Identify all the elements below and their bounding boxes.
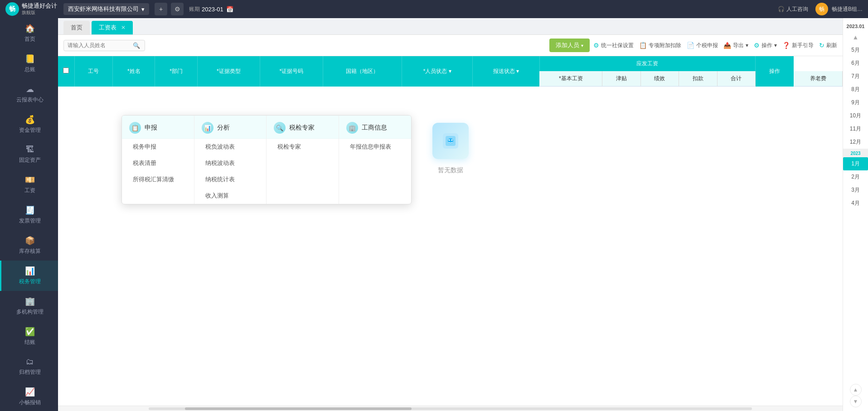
dropdown-item-tax-payment[interactable]: 纳税波动表 [194,155,267,171]
company-selector[interactable]: 西安虾米网络科技有限公司 ▾ [63,3,149,15]
dropdown-menu: 📋 申报 税务申报 税表清册 所得税汇算清缴 📊 分析 税负波动表 [121,115,412,204]
tab-bar: 首页 工资表 ✕ [58,18,843,35]
scrollbar-thumb[interactable] [185,407,412,410]
sidebar-label-home: 首页 [24,35,35,43]
add-company-btn[interactable]: + [155,3,167,15]
calendar-nav-up[interactable]: ▲ [849,31,862,44]
sidebar-item-general-ledger[interactable]: 📒 总账 [0,48,58,79]
year-divider-2023: 2023 [843,149,868,157]
month-item-4[interactable]: 4月 [843,197,868,210]
ledger-icon: 📒 [25,54,35,64]
sidebar-item-home[interactable]: 🏠 首页 [0,18,58,48]
sidebar-item-fund-management[interactable]: 💰 资金管理 [0,109,58,140]
sidebar-item-inventory[interactable]: 📦 库存核算 [0,230,58,261]
year-display: 2023.01 [847,24,865,29]
col-allowance: 津贴 [602,71,641,87]
dropdown-item-income-calc[interactable]: 收入测算 [194,188,267,204]
scroll-down-btn[interactable]: ▼ [850,396,862,407]
sidebar-label-tax-management: 税务管理 [19,278,41,285]
dropdown-item-tax-burden[interactable]: 税负波动表 [194,139,267,155]
sidebar-item-salary[interactable]: 💴 工资 [0,169,58,200]
scroll-up-btn[interactable]: ▲ [850,384,862,396]
search-input[interactable] [68,42,131,48]
month-item-1-active[interactable]: 1月 [843,157,868,170]
dropdown-col-analysis: 📊 分析 税负波动表 纳税波动表 纳税统计表 收入测算 [194,116,267,204]
year-2023-label: 2023 [850,151,860,156]
col-salary-group: 应发工资 [539,56,756,71]
sidebar-item-invoice[interactable]: 🧾 发票管理 [0,200,58,230]
export-arrow: ▾ [746,42,748,48]
month-item-7[interactable]: 7月 [843,70,868,83]
service-button[interactable]: 🎧 人工咨询 [778,5,808,13]
dropdown-item-annual-report[interactable]: 年报信息申报表 [339,139,412,155]
business-info-col-icon: 🏢 [346,122,358,134]
home-icon: 🏠 [25,24,35,34]
add-person-button[interactable]: 添加人员 ▾ [549,39,590,52]
tab-close-icon[interactable]: ✕ [121,24,126,31]
table-container: 工号 *姓名 *部门 *证据类型 *证据号码 国籍（地区） *人员状态 ▾ 报送… [58,56,843,406]
month-item-6[interactable]: 6月 [843,57,868,70]
sidebar-label-fund-management: 资金管理 [19,126,41,134]
sidebar-item-tax-management[interactable]: 📊 税务管理 [0,261,58,291]
refresh-btn[interactable]: ↻ 刷新 [819,42,837,49]
dropdown-col-header-declaration: 📋 申报 [122,116,194,139]
year-header: 2023.01 [843,22,868,31]
operations-btn[interactable]: ⚙ 操作 ▾ [754,42,777,49]
export-btn[interactable]: 📤 导出 ▾ [723,42,748,49]
sidebar-item-fixed-assets[interactable]: 🏗 固定资产 [0,140,58,169]
social-insurance-btn[interactable]: ⚙ 统一社保设置 [593,42,634,49]
sidebar-item-settlement[interactable]: ✅ 结账 [0,321,58,352]
refresh-icon: ↻ [819,42,824,49]
operations-icon: ⚙ [754,42,760,49]
col-person-status[interactable]: *人员状态 ▾ [402,56,473,87]
service-label: 人工咨询 [786,5,808,13]
select-all-checkbox[interactable] [63,68,69,73]
scrollbar-track[interactable] [149,407,752,410]
content-area: 首页 工资表 ✕ 🔍 添加人员 ▾ ⚙ 统一社保设置 [58,18,843,411]
svg-point-3 [448,140,450,141]
analysis-col-icon: 📊 [202,122,213,134]
sidebar-item-archive[interactable]: 🗂 归档管理 [0,352,58,382]
declaration-col-title: 申报 [145,124,157,132]
dropdown-col-header-analysis: 📊 分析 [194,116,267,139]
col-work-id: 工号 [74,56,113,87]
declaration-col-icon: 📋 [129,122,141,134]
month-item-12[interactable]: 12月 [843,135,868,149]
sidebar-item-cloud-report[interactable]: ☁ 云报表中心 [0,79,58,109]
new-guide-btn[interactable]: ❓ 新手引导 [782,42,814,49]
month-item-9[interactable]: 9月 [843,96,868,109]
dropdown-item-income-tax-settle[interactable]: 所得税汇算清缴 [122,171,194,188]
col-name: *姓名 [113,56,155,87]
month-item-5[interactable]: 5月 [843,44,868,57]
operations-arrow: ▾ [774,42,777,48]
fund-icon: 💰 [25,115,35,125]
month-item-10[interactable]: 10月 [843,109,868,122]
month-item-2[interactable]: 2月 [843,170,868,184]
sidebar-item-multi-org[interactable]: 🏢 多机构管理 [0,291,58,321]
tab-salary[interactable]: 工资表 ✕ [92,21,133,34]
sidebar-label-cloud-report: 云报表中心 [16,96,44,104]
tax-report-btn[interactable]: 📄 个税申报 [687,42,718,49]
dropdown-item-tax-expert[interactable]: 税检专家 [267,139,339,155]
special-deduction-btn[interactable]: 📋 专项附加扣除 [639,42,681,49]
month-item-8[interactable]: 8月 [843,83,868,96]
sidebar-label-general-ledger: 总账 [24,66,35,73]
company-dropdown-arrow: ▾ [141,6,145,13]
svg-point-4 [451,140,452,141]
col-report-status[interactable]: 报送状态 ▾ [473,56,539,87]
calendar-icon[interactable]: 📅 [226,6,233,13]
period-value: 2023-01 [202,6,223,13]
dropdown-col-header-tax-expert: 🔍 税检专家 [267,116,339,139]
dropdown-item-tax-statistics[interactable]: 纳税统计表 [194,171,267,188]
dropdown-item-tax-declaration[interactable]: 税务申报 [122,139,194,155]
settings-btn[interactable]: ⚙ [171,3,184,15]
sidebar-item-xiaoxi-report[interactable]: 📈 小畅报销 [0,382,58,411]
report-icon: 📈 [25,387,35,397]
gear-icon: ⚙ [175,5,180,13]
tax-report-label: 个税申报 [696,42,718,49]
tab-home[interactable]: 首页 [63,21,90,34]
month-item-11[interactable]: 11月 [843,122,868,135]
month-item-3[interactable]: 3月 [843,184,868,197]
new-guide-toolbar-icon: ❓ [782,42,790,49]
dropdown-item-tax-clearance[interactable]: 税表清册 [122,155,194,171]
